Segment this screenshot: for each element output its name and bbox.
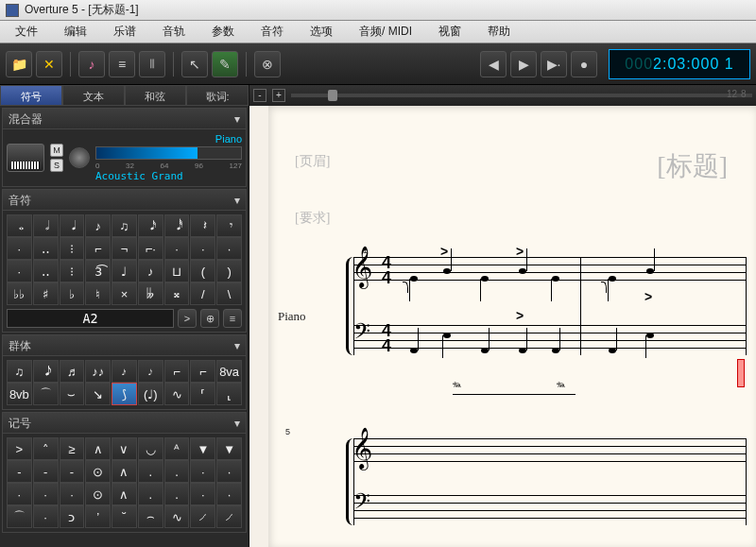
score-area[interactable]: - + 8 12 [页眉] [标题] [要求] Piano 1 5 𝄞 44 <box>249 85 756 547</box>
palette-cell[interactable]: ˄ <box>33 437 59 460</box>
input-menu[interactable]: ≡ <box>223 309 242 328</box>
zoom-in[interactable]: + <box>272 89 285 102</box>
palette-cell[interactable]: ᴬ <box>164 437 190 460</box>
palette-cell[interactable]: 𝆕 <box>138 360 163 383</box>
palette-cell[interactable]: · <box>190 483 215 505</box>
palette-cell[interactable]: · <box>7 237 32 260</box>
palette-cell[interactable]: 𝄪 <box>164 282 190 305</box>
note-button[interactable]: ♪ <box>78 51 105 77</box>
palette-cell[interactable]: 8va <box>216 360 242 383</box>
prev-button[interactable]: ◀ <box>480 51 507 77</box>
palette-cell[interactable]: 𝅗𝅥 <box>33 214 59 237</box>
palette-cell[interactable]: - <box>60 460 85 483</box>
menu-window[interactable]: 视窗 <box>425 24 474 40</box>
list-button[interactable]: ≡ <box>109 51 135 77</box>
palette-cell[interactable]: ∿ <box>164 383 190 405</box>
palette-cell[interactable]: ⌣ <box>60 383 85 405</box>
eq-button[interactable]: ⫴ <box>139 51 165 77</box>
palette-cell[interactable]: ⊔ <box>164 260 190 282</box>
palette-cell[interactable]: ⟋ <box>190 505 215 528</box>
palette-cell[interactable]: ⸤ <box>216 383 242 405</box>
palette-cell[interactable]: ⌐· <box>138 237 163 260</box>
palette-cell[interactable]: ♫ <box>112 214 137 237</box>
input-add[interactable]: ⊕ <box>200 309 219 328</box>
menu-help[interactable]: 帮助 <box>474 24 524 40</box>
palette-cell[interactable]: · <box>7 260 32 282</box>
palette-cell[interactable]: ‥ <box>33 237 59 260</box>
palette-cell[interactable]: 𝅝 <box>7 214 32 237</box>
palette-cell[interactable]: ‥ <box>33 260 59 282</box>
collapse-icon[interactable]: ▾ <box>234 109 240 128</box>
note-input[interactable] <box>7 309 174 328</box>
palette-cell[interactable]: ⌒ <box>7 505 32 528</box>
collapse-icon[interactable]: ▾ <box>234 335 240 355</box>
palette-cell[interactable]: / <box>190 282 215 305</box>
palette-cell[interactable]: 𝄽 <box>190 214 215 237</box>
palette-cell[interactable]: ⌢ <box>138 505 163 528</box>
palette-cell[interactable]: ⌐ <box>164 360 190 383</box>
palette-cell[interactable]: - <box>33 460 59 483</box>
paper[interactable]: [页眉] [标题] [要求] Piano 1 5 𝄞 44 > <box>268 106 756 547</box>
palette-cell[interactable]: · <box>164 237 190 260</box>
palette-cell[interactable]: ⁝ <box>60 260 85 282</box>
palette-cell[interactable]: 3͡ <box>85 260 111 282</box>
tools-button[interactable]: ✕ <box>36 51 62 77</box>
menu-edit[interactable]: 编辑 <box>51 24 100 40</box>
palette-cell[interactable]: · <box>7 483 32 505</box>
palette-cell[interactable]: > <box>7 437 32 460</box>
palette-cell[interactable]: · <box>216 460 242 483</box>
menu-file[interactable]: 文件 <box>2 24 51 40</box>
zoom-out[interactable]: - <box>253 89 266 102</box>
staff-treble[interactable]: 𝄞 44 > > > <box>353 257 747 287</box>
palette-cell[interactable]: · <box>33 505 59 528</box>
menu-score[interactable]: 乐谱 <box>100 24 149 40</box>
palette-cell[interactable]: ) <box>216 260 242 282</box>
palette-cell[interactable]: 8vb <box>7 383 32 405</box>
palette-cell[interactable]: · <box>190 237 215 260</box>
palette-cell[interactable]: ⟋ <box>216 505 242 528</box>
staff-bass[interactable]: 𝄢 44 > <box>353 325 747 355</box>
palette-cell[interactable]: ’ <box>85 505 111 528</box>
palette-cell[interactable]: ∧ <box>112 483 137 505</box>
menu-params[interactable]: 参数 <box>198 24 248 40</box>
pencil-tool[interactable]: ✎ <box>212 51 238 77</box>
palette-cell[interactable]: . <box>138 483 163 505</box>
palette-cell[interactable]: ♬ <box>60 360 85 383</box>
palette-cell[interactable]: ▼ <box>216 437 242 460</box>
palette-cell[interactable]: ˘ <box>112 505 137 528</box>
palette-cell[interactable]: · <box>190 460 215 483</box>
palette-cell[interactable]: · <box>216 237 242 260</box>
palette-cell[interactable]: . <box>138 460 163 483</box>
tab-symbols[interactable]: 符号 <box>0 85 62 106</box>
palette-cell[interactable]: 𝅘𝅥𝅯 <box>138 214 163 237</box>
cursor-marker[interactable] <box>737 359 745 387</box>
play-button[interactable]: ▶ <box>510 51 537 77</box>
record-button[interactable]: ● <box>571 51 597 77</box>
volume-slider[interactable] <box>95 146 242 160</box>
arrow-tool[interactable]: ↖ <box>181 51 208 77</box>
palette-cell[interactable]: ♪♪ <box>85 360 111 383</box>
palette-cell[interactable]: 𝄫 <box>138 282 163 305</box>
solo-button[interactable]: S <box>50 159 63 172</box>
palette-cell[interactable]: ♭♭ <box>7 282 32 305</box>
palette-cell[interactable]: ▼ <box>190 437 215 460</box>
palette-cell[interactable]: ≥ <box>60 437 85 460</box>
palette-cell[interactable]: ♫ <box>7 360 32 383</box>
palette-cell[interactable]: - <box>7 460 32 483</box>
folder-button[interactable]: 📁 <box>6 51 32 77</box>
palette-cell[interactable]: ⁝ <box>60 237 85 260</box>
menu-notes[interactable]: 音符 <box>248 24 297 40</box>
palette-cell[interactable]: · <box>216 483 242 505</box>
page-header-placeholder[interactable]: [页眉] <box>295 153 330 170</box>
palette-cell[interactable]: 𝅘𝅥𝅰 <box>164 214 190 237</box>
palette-cell[interactable]: (♩) <box>138 383 163 405</box>
palette-cell[interactable]: ɔ <box>60 505 85 528</box>
palette-cell[interactable]: ¬ <box>112 237 137 260</box>
menu-audio-midi[interactable]: 音频/ MIDI <box>346 24 425 40</box>
palette-cell[interactable]: ↘ <box>85 383 111 405</box>
patch-name[interactable]: Acoustic Grand <box>95 170 242 182</box>
palette-cell[interactable]: ⟆ <box>112 383 137 405</box>
tab-lyrics[interactable]: 歌词: <box>186 85 249 106</box>
close-button[interactable]: ⊗ <box>254 51 281 77</box>
tab-chords[interactable]: 和弦 <box>125 85 187 106</box>
